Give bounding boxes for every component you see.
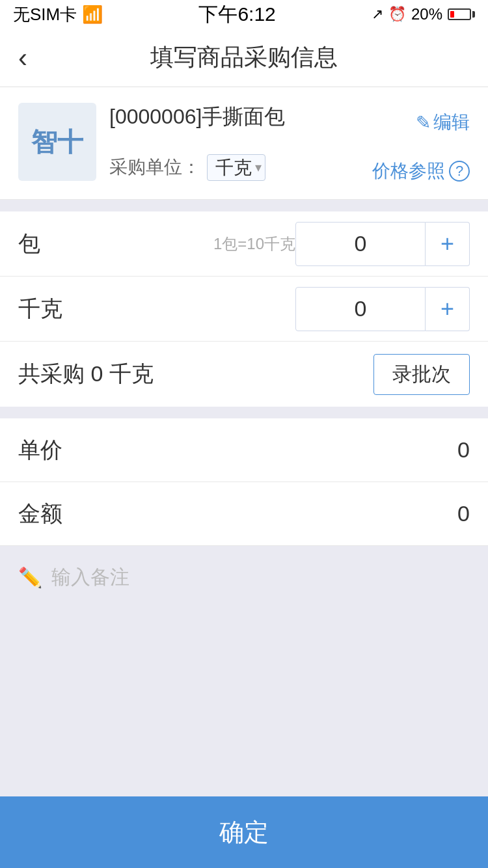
unit-label: 采购单位： [109,155,200,180]
bag-plus-button[interactable]: + [426,222,470,266]
product-unit-row: 采购单位： 千克 价格参照 ? [109,151,470,183]
edit-label: 编辑 [433,110,470,135]
edit-button[interactable]: ✎ 编辑 [416,110,470,135]
unit-price-row: 单价 0 [0,418,488,482]
kg-label: 千克 [18,294,295,324]
total-text: 共采购 0 千克 [18,359,154,389]
amount-value: 0 [457,501,470,526]
price-ref-label: 价格参照 [372,159,445,183]
remark-section[interactable]: ✏️ 输入备注 [0,546,488,663]
bag-sub-label: 1包=10千克 [213,234,295,254]
section-divider-1 [0,200,488,211]
unit-price-value: 0 [457,437,470,463]
product-top-row: [0000006]手撕面包 ✎ 编辑 [109,103,470,142]
status-left: 无SIM卡 📶 [13,3,103,26]
page-title: 填写商品采购信息 [150,42,338,74]
product-info: [0000006]手撕面包 ✎ 编辑 采购单位： 千克 价格参照 ? [109,103,470,183]
kg-row: 千克 + [0,277,488,342]
carrier-text: 无SIM卡 [13,3,77,26]
bag-quantity-input[interactable] [295,222,426,266]
wifi-icon: 📶 [82,5,103,25]
confirm-bar[interactable]: 确定 [0,796,488,868]
product-name: [0000006]手撕面包 [109,103,285,131]
kg-input-group: + [295,287,470,331]
amount-label: 金额 [18,499,62,529]
kg-quantity-input[interactable] [295,287,426,331]
nav-bar: ‹ 填写商品采购信息 [0,29,488,87]
alarm-icon: ⏰ [388,6,406,23]
remark-placeholder: 输入备注 [51,564,129,591]
status-bar: 无SIM卡 📶 下午6:12 ↗ ⏰ 20% [0,0,488,29]
unit-select-wrapper[interactable]: 千克 [207,154,265,181]
remark-row: ✏️ 输入备注 [18,564,470,591]
back-button[interactable]: ‹ [18,42,27,74]
product-image: 智十 [18,103,96,181]
battery-icon [448,8,475,20]
location-icon: ↗ [372,6,383,23]
price-section: 单价 0 金额 0 [0,418,488,546]
amount-row: 金额 0 [0,482,488,546]
confirm-button[interactable]: 确定 [219,816,269,849]
summary-row: 共采购 0 千克 录批次 [0,342,488,407]
pencil-icon: ✏️ [18,566,42,589]
batch-button[interactable]: 录批次 [373,354,470,395]
unit-select[interactable]: 千克 [207,154,265,181]
status-time: 下午6:12 [198,1,275,28]
unit-price-label: 单价 [18,435,62,465]
kg-plus-button[interactable]: + [426,287,470,331]
product-logo-text: 智十 [31,124,83,160]
status-right: ↗ ⏰ 20% [372,5,475,23]
edit-icon: ✎ [416,112,431,133]
section-divider-2 [0,407,488,418]
product-card: 智十 [0000006]手撕面包 ✎ 编辑 采购单位： 千克 价格参照 ? [0,87,488,200]
price-ref-icon: ? [449,161,470,182]
battery-percent: 20% [411,5,442,23]
bag-label: 包 [18,229,208,259]
quantity-section: 包 1包=10千克 + 千克 + 共采购 0 千克 录批次 [0,211,488,407]
price-ref-button[interactable]: 价格参照 ? [372,159,470,183]
bag-input-group: + [295,222,470,266]
bag-row: 包 1包=10千克 + [0,211,488,277]
